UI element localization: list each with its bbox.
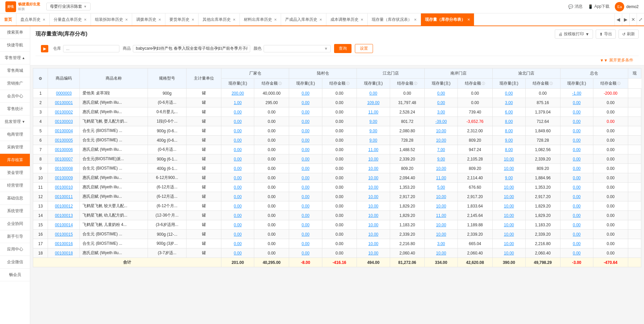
- expand-conditions-btn[interactable]: ▼▼ 展开更多条件: [600, 57, 633, 63]
- cell-lc-qty[interactable]: 0.00: [289, 154, 322, 164]
- cell-chj-qty[interactable]: 0.00: [221, 230, 254, 239]
- cell-jb-qty[interactable]: 10.00: [357, 248, 390, 258]
- cell-na-qty[interactable]: 0.00: [425, 98, 458, 107]
- cell-yb-qty[interactable]: 10.00: [492, 239, 525, 248]
- cell-lc-qty[interactable]: 0.00: [289, 248, 322, 258]
- sidebar-item-retail-mall[interactable]: 零售商城: [0, 64, 30, 77]
- cell-na-qty[interactable]: -39.00: [425, 117, 458, 126]
- cell-lc-qty[interactable]: 0.00: [289, 126, 322, 136]
- cell-jb-qty[interactable]: 10.00: [357, 211, 390, 220]
- cell-na-qty[interactable]: 10.00: [425, 230, 458, 239]
- cell-code[interactable]: 00100012: [48, 201, 80, 211]
- export-btn[interactable]: ⬆ 导出: [596, 30, 616, 39]
- cell-lc-qty[interactable]: 0.00: [289, 98, 322, 107]
- cell-code[interactable]: 0000003: [48, 89, 80, 98]
- cell-lc-qty[interactable]: 0.00: [289, 220, 322, 230]
- cell-na-qty[interactable]: 11.00: [425, 173, 458, 183]
- warehouse-input[interactable]: [63, 45, 119, 52]
- cell-code[interactable]: 00100006: [48, 145, 80, 154]
- tab-close-icon[interactable]: ✕: [192, 18, 194, 21]
- sidebar-item-system[interactable]: 系统管理: [0, 205, 30, 218]
- cell-zc-qty[interactable]: 0.00: [560, 117, 593, 126]
- cell-yb-qty[interactable]: 9.00: [492, 136, 525, 145]
- cell-zc-qty[interactable]: 0.00: [560, 183, 593, 192]
- cell-zc-qty[interactable]: 0.00: [560, 164, 593, 173]
- sidebar-item-finance[interactable]: 资金管理: [0, 167, 30, 179]
- app-download-btn[interactable]: 📱 App下载: [588, 4, 609, 9]
- settings-btn[interactable]: 设置: [355, 44, 373, 53]
- cell-code[interactable]: 00100009: [48, 173, 80, 183]
- cell-chj-qty[interactable]: 0.00: [221, 192, 254, 201]
- cell-lc-qty[interactable]: 0.00: [289, 192, 322, 201]
- cell-zc-qty[interactable]: 0.00: [560, 136, 593, 145]
- cell-zc-qty[interactable]: 0.00: [560, 154, 593, 164]
- cell-jb-qty[interactable]: 10.00: [357, 173, 390, 183]
- cell-lc-qty[interactable]: 0.00: [289, 173, 322, 183]
- cell-chj-qty[interactable]: 1.00: [221, 98, 254, 107]
- cell-lc-qty[interactable]: 0.00: [289, 211, 322, 220]
- cell-yb-qty[interactable]: 6.00: [492, 107, 525, 117]
- sidebar-item-weixin[interactable]: 企业微信: [0, 256, 30, 269]
- cell-jb-qty[interactable]: 109.00: [357, 98, 390, 107]
- cell-yb-qty[interactable]: 10.00: [492, 154, 525, 164]
- cell-lc-qty[interactable]: 0.00: [289, 107, 322, 117]
- cell-lc-qty[interactable]: 0.00: [289, 136, 322, 145]
- tab-stock-status[interactable]: 现存量（库存状况表） ✕: [368, 13, 421, 26]
- cell-na-qty[interactable]: 9.00: [425, 154, 458, 164]
- refresh-btn[interactable]: ↺ 刷新: [619, 30, 639, 39]
- cell-yb-qty[interactable]: 10.00: [492, 211, 525, 220]
- cell-na-qty[interactable]: 7.00: [425, 145, 458, 154]
- cell-na-qty[interactable]: 10.00: [425, 136, 458, 145]
- cell-code[interactable]: 00100011: [48, 192, 80, 201]
- cell-chj-qty[interactable]: 0.00: [221, 211, 254, 220]
- cell-na-qty[interactable]: 10.00: [425, 220, 458, 230]
- cell-code[interactable]: 00100004: [48, 126, 80, 136]
- cell-yb-qty[interactable]: 10.00: [492, 183, 525, 192]
- tab-close-icon[interactable]: ✕: [414, 18, 417, 21]
- cell-jb-qty[interactable]: 10.00: [357, 239, 390, 248]
- cell-lc-qty[interactable]: 0.00: [289, 230, 322, 239]
- cell-yb-qty[interactable]: 0.00: [492, 89, 525, 98]
- tab-home[interactable]: 首页: [0, 13, 16, 26]
- cell-chj-qty[interactable]: 0.00: [221, 248, 254, 258]
- tab-material-out-history[interactable]: 材料出库单历史 ✕: [240, 13, 281, 26]
- goods-input[interactable]: [133, 45, 250, 52]
- cell-na-qty[interactable]: 10.00: [425, 248, 458, 258]
- cell-jb-qty[interactable]: 10.00: [357, 183, 390, 192]
- cell-na-qty[interactable]: 5.00: [425, 183, 458, 192]
- tab-close-icon[interactable]: ✕: [233, 18, 235, 21]
- cell-chj-qty[interactable]: 0.00: [221, 126, 254, 136]
- cell-code[interactable]: 00100003: [48, 117, 80, 126]
- cell-lc-qty[interactable]: 0.00: [289, 117, 322, 126]
- cell-chj-qty[interactable]: 0.00: [221, 136, 254, 145]
- goods-clear-icon[interactable]: ✕: [244, 46, 248, 51]
- query-btn[interactable]: 查询: [334, 44, 352, 53]
- cell-chj-qty[interactable]: 0.00: [221, 145, 254, 154]
- cell-na-qty[interactable]: 10.00: [425, 192, 458, 201]
- cell-zc-qty[interactable]: 0.00: [560, 211, 593, 220]
- cell-code[interactable]: 00100010: [48, 183, 80, 192]
- tab-next-btn[interactable]: ▶: [622, 13, 629, 26]
- tab-expand-btn[interactable]: ⤢: [637, 13, 644, 26]
- cell-zc-qty[interactable]: 0.00: [560, 107, 593, 117]
- sidebar-item-retail[interactable]: 零售管理 ▲: [0, 52, 30, 64]
- cell-yb-qty[interactable]: 10.00: [492, 164, 525, 173]
- tab-close-icon[interactable]: ✕: [274, 18, 277, 21]
- cell-yb-qty[interactable]: 9.00: [492, 173, 525, 183]
- cell-jb-qty[interactable]: 10.00: [357, 201, 390, 211]
- cell-na-qty[interactable]: 3.00: [425, 239, 458, 248]
- tab-close-all-btn[interactable]: ✕: [629, 13, 637, 26]
- cell-jb-qty[interactable]: 10.00: [357, 154, 390, 164]
- cell-code[interactable]: 00100014: [48, 220, 80, 230]
- cell-code[interactable]: 00100018: [48, 248, 80, 258]
- cell-chj-qty[interactable]: 0.00: [221, 239, 254, 248]
- cell-lc-qty[interactable]: 0.00: [289, 164, 322, 173]
- tab-order-history[interactable]: 要货单历史 ✕: [165, 13, 199, 26]
- cell-na-qty[interactable]: 11.00: [425, 211, 458, 220]
- cell-jb-qty[interactable]: 10.00: [357, 230, 390, 239]
- sidebar-item-member[interactable]: 会员中心: [0, 90, 30, 103]
- tab-inventory-history[interactable]: 盘点单历史 ✕: [16, 13, 50, 26]
- cell-jb-qty[interactable]: 0.00: [357, 89, 390, 98]
- print-btn[interactable]: 🖨 按模板打印 ▼: [555, 30, 593, 39]
- cell-chj-qty[interactable]: 0.00: [221, 220, 254, 230]
